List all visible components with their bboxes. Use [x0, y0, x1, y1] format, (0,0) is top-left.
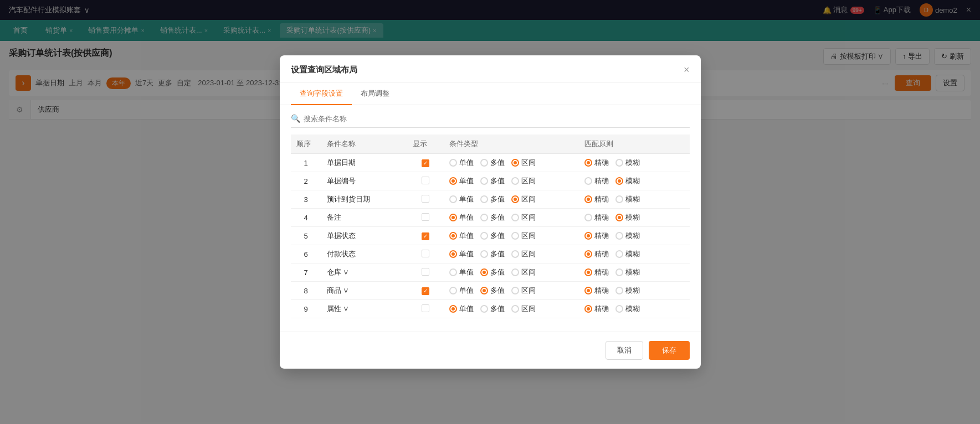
row-display[interactable]: [407, 318, 444, 323]
type-radio-区间[interactable]: 区间: [511, 213, 536, 223]
type-radio-区间[interactable]: 区间: [511, 194, 536, 204]
display-checkbox[interactable]: [422, 304, 429, 312]
display-checkbox[interactable]: [422, 159, 429, 167]
type-radio-区间[interactable]: 区间: [511, 176, 536, 186]
dialog-tabs: 查询字段设置 布局调整: [280, 83, 701, 105]
type-radio-单值[interactable]: 单值: [449, 158, 474, 168]
display-checkbox[interactable]: [422, 195, 429, 203]
type-radio-单值[interactable]: 单值: [449, 267, 474, 277]
match-radio-模糊[interactable]: 模糊: [615, 231, 640, 241]
row-name: 预计到货日期: [321, 190, 407, 209]
type-radio-多值[interactable]: 多值: [480, 176, 505, 186]
conditions-table: 顺序 条件名称 显示 条件类型 匹配原则 1 单据日期: [291, 135, 690, 323]
cancel-btn[interactable]: 取消: [606, 341, 643, 360]
type-radio-区间[interactable]: 区间: [511, 267, 536, 277]
match-radio-精确[interactable]: 精确: [584, 322, 609, 323]
dialog-close-btn[interactable]: ×: [684, 64, 690, 82]
modal-overlay: 设置查询区域布局 × 查询字段设置 布局调整 🔍: [0, 0, 980, 424]
type-radio-单值[interactable]: 单值: [449, 231, 474, 241]
row-name: 商品 ∨: [321, 282, 407, 300]
row-order: 6: [291, 245, 321, 263]
type-radio-单值[interactable]: 单值: [449, 249, 474, 259]
match-radio-模糊[interactable]: 模糊: [615, 213, 640, 223]
type-radio-区间[interactable]: 区间: [511, 249, 536, 259]
row-name: 有无商品图片: [321, 318, 407, 323]
row-display[interactable]: [407, 190, 444, 209]
row-display[interactable]: [407, 282, 444, 300]
match-radio-模糊[interactable]: 模糊: [615, 322, 640, 323]
type-radio-区间[interactable]: 区间: [511, 322, 536, 323]
row-display[interactable]: [407, 172, 444, 190]
row-display[interactable]: [407, 263, 444, 282]
row-type: 单值 多值 区间: [444, 209, 579, 227]
row-name: 备注: [321, 209, 407, 227]
match-radio-模糊[interactable]: 模糊: [615, 267, 640, 277]
display-checkbox[interactable]: [422, 250, 429, 257]
table-row: 1 单据日期 单值 多值: [291, 154, 690, 172]
type-radio-多值[interactable]: 多值: [480, 322, 505, 323]
type-radio-多值[interactable]: 多值: [480, 304, 505, 314]
type-radio-多值[interactable]: 多值: [480, 194, 505, 204]
display-checkbox[interactable]: [422, 268, 429, 276]
type-radio-多值[interactable]: 多值: [480, 267, 505, 277]
type-radio-区间[interactable]: 区间: [511, 286, 536, 296]
row-display[interactable]: [407, 300, 444, 318]
display-checkbox[interactable]: [422, 232, 429, 240]
row-match: 精确 模糊: [579, 154, 689, 172]
type-radio-多值[interactable]: 多值: [480, 249, 505, 259]
th-order: 顺序: [291, 135, 321, 154]
row-match: 精确 模糊: [579, 263, 689, 282]
match-radio-精确[interactable]: 精确: [584, 213, 609, 223]
tab-layout[interactable]: 布局调整: [352, 83, 398, 105]
match-radio-模糊[interactable]: 模糊: [615, 249, 640, 259]
row-type: 单值 多值 区间: [444, 282, 579, 300]
search-input[interactable]: [304, 115, 690, 123]
display-checkbox[interactable]: [422, 213, 429, 221]
type-radio-多值[interactable]: 多值: [480, 213, 505, 223]
row-order: 1: [291, 154, 321, 172]
display-checkbox[interactable]: [422, 287, 429, 295]
save-btn[interactable]: 保存: [649, 341, 690, 360]
dialog-body: 🔍 顺序 条件名称 显示 条件类型 匹配原则: [280, 105, 701, 332]
type-radio-区间[interactable]: 区间: [511, 231, 536, 241]
match-radio-精确[interactable]: 精确: [584, 304, 609, 314]
row-type: 单值 多值 区间: [444, 263, 579, 282]
tab-fields[interactable]: 查询字段设置: [291, 83, 352, 105]
row-name: 单据编号: [321, 172, 407, 190]
match-radio-精确[interactable]: 精确: [584, 286, 609, 296]
row-match: 精确 模糊: [579, 282, 689, 300]
display-checkbox[interactable]: [422, 323, 429, 323]
type-radio-多值[interactable]: 多值: [480, 286, 505, 296]
match-radio-精确[interactable]: 精确: [584, 158, 609, 168]
type-radio-单值[interactable]: 单值: [449, 176, 474, 186]
match-radio-精确[interactable]: 精确: [584, 194, 609, 204]
row-type: 单值 多值 区间: [444, 190, 579, 209]
row-display[interactable]: [407, 154, 444, 172]
row-order: 4: [291, 209, 321, 227]
type-radio-单值[interactable]: 单值: [449, 322, 474, 323]
type-radio-单值[interactable]: 单值: [449, 286, 474, 296]
type-radio-区间[interactable]: 区间: [511, 158, 536, 168]
match-radio-精确[interactable]: 精确: [584, 267, 609, 277]
match-radio-模糊[interactable]: 模糊: [615, 286, 640, 296]
type-radio-多值[interactable]: 多值: [480, 231, 505, 241]
row-display[interactable]: [407, 209, 444, 227]
row-type: 单值 多值 区间: [444, 318, 579, 323]
row-display[interactable]: [407, 245, 444, 263]
match-radio-模糊[interactable]: 模糊: [615, 194, 640, 204]
type-radio-区间[interactable]: 区间: [511, 304, 536, 314]
match-radio-模糊[interactable]: 模糊: [615, 158, 640, 168]
type-radio-单值[interactable]: 单值: [449, 304, 474, 314]
type-radio-单值[interactable]: 单值: [449, 194, 474, 204]
match-radio-模糊[interactable]: 模糊: [615, 304, 640, 314]
type-radio-多值[interactable]: 多值: [480, 158, 505, 168]
match-radio-精确[interactable]: 精确: [584, 231, 609, 241]
type-radio-单值[interactable]: 单值: [449, 213, 474, 223]
match-radio-模糊[interactable]: 模糊: [615, 176, 640, 186]
match-radio-精确[interactable]: 精确: [584, 176, 609, 186]
display-checkbox[interactable]: [422, 177, 429, 184]
match-radio-精确[interactable]: 精确: [584, 249, 609, 259]
row-type: 单值 多值 区间: [444, 227, 579, 245]
row-display[interactable]: [407, 227, 444, 245]
table-row: 5 单据状态 单值 多值: [291, 227, 690, 245]
